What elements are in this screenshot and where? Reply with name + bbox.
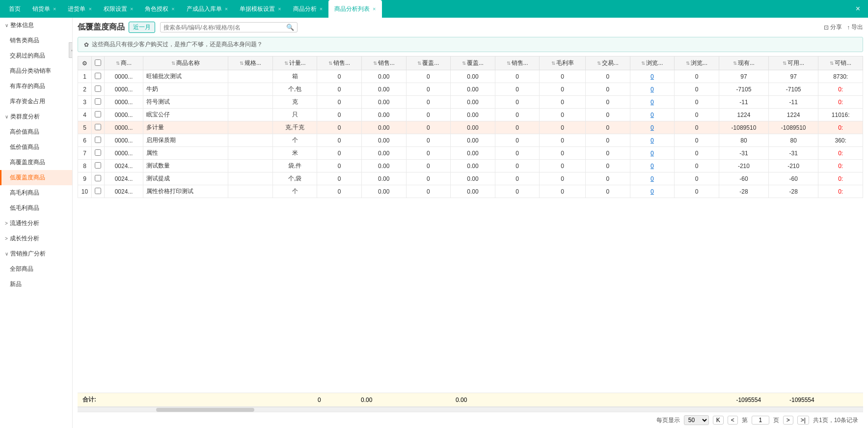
th-browse1[interactable]: ⇅浏览... <box>630 57 675 70</box>
row-checkbox[interactable] <box>95 162 101 169</box>
first-page-button[interactable]: K <box>713 416 724 425</box>
row-checkbox[interactable] <box>95 137 101 143</box>
nav-roles[interactable]: 角色授权 × <box>139 0 180 18</box>
cell-browse2: 0 <box>675 172 719 185</box>
browse-link[interactable]: 0 <box>651 137 654 144</box>
prev-page-button[interactable]: < <box>728 416 738 425</box>
browse-link[interactable]: 0 <box>651 163 654 170</box>
nav-analysis-close[interactable]: × <box>320 6 323 12</box>
th-unit[interactable]: ⇅计量... <box>272 57 317 70</box>
sidebar-item-category-rate[interactable]: 商品分类动销率 <box>0 63 72 79</box>
cell-checkbox[interactable] <box>92 109 105 121</box>
sidebar-item-low-value[interactable]: 低价值商品 <box>0 140 72 155</box>
row-checkbox[interactable] <box>95 98 101 105</box>
search-input[interactable] <box>163 24 286 31</box>
sidebar-item-traded-goods[interactable]: 交易过的商品 <box>0 48 72 63</box>
nav-template[interactable]: 单据模板设置 × <box>234 0 287 18</box>
nav-analysis-list[interactable]: 商品分析列表 × <box>328 0 381 18</box>
th-stock-current[interactable]: ⇅现有... <box>719 57 768 70</box>
sidebar-item-sales-goods[interactable]: 销售类商品 <box>0 33 72 48</box>
sidebar-item-new-goods[interactable]: 新品 <box>0 277 72 292</box>
th-stock-avail[interactable]: ⇅可用... <box>769 57 818 70</box>
cell-checkbox[interactable] <box>92 172 105 185</box>
browse-link[interactable]: 0 <box>651 175 654 182</box>
row-checkbox[interactable] <box>95 86 101 92</box>
th-spec[interactable]: ⇅规格... <box>228 57 273 70</box>
th-browse2[interactable]: ⇅浏览... <box>675 57 719 70</box>
sidebar-section-flow[interactable]: > 流通性分析 <box>0 216 72 231</box>
sidebar-section-growth[interactable]: > 成长性分析 <box>0 231 72 246</box>
th-cover1[interactable]: ⇅覆盖... <box>406 57 451 70</box>
browse-link[interactable]: 0 <box>651 150 654 157</box>
nav-roles-close[interactable]: × <box>171 6 174 12</box>
th-code[interactable]: ⇅商... <box>105 57 143 70</box>
sidebar-item-stocked-goods[interactable]: 有库存的商品 <box>0 79 72 94</box>
next-page-button[interactable]: > <box>783 416 793 425</box>
page-number-input[interactable] <box>752 416 769 425</box>
th-checkbox <box>92 57 105 70</box>
cell-checkbox[interactable] <box>92 70 105 83</box>
sidebar-section-cluster[interactable]: ∨ 类群度分析 <box>0 109 72 124</box>
nav-sales[interactable]: 销货单 × <box>27 0 62 18</box>
last-page-button[interactable]: >| <box>797 416 809 425</box>
close-all-button[interactable]: × <box>851 4 865 13</box>
sidebar-section-overview[interactable]: ∨ 整体信息 <box>0 18 72 33</box>
th-settings[interactable]: ⚙ <box>78 57 92 70</box>
table-wrapper[interactable]: ⚙ ⇅商... ⇅商品名称 ⇅规格... ⇅计量... ⇅销售... ⇅销售..… <box>78 56 863 393</box>
sidebar-item-low-margin[interactable]: 低毛利商品 <box>0 200 72 216</box>
th-cover2[interactable]: ⇅覆盖... <box>451 57 495 70</box>
sidebar-item-high-margin[interactable]: 高毛利商品 <box>0 185 72 200</box>
horizontal-scrollbar[interactable] <box>78 407 863 412</box>
th-name[interactable]: ⇅商品名称 <box>143 57 228 70</box>
sidebar-section-marketing[interactable]: ∨ 营销推广分析 <box>0 246 72 261</box>
cell-checkbox[interactable] <box>92 121 105 134</box>
row-checkbox[interactable] <box>95 188 101 194</box>
cell-checkbox[interactable] <box>92 96 105 109</box>
browse-link[interactable]: 0 <box>651 99 654 106</box>
browse-link[interactable]: 0 <box>651 124 654 131</box>
row-checkbox[interactable] <box>95 175 101 181</box>
scrollbar-thumb[interactable] <box>156 408 254 412</box>
date-filter-button[interactable]: 近一月 <box>129 22 155 33</box>
row-checkbox[interactable] <box>95 149 101 156</box>
nav-purchase-close[interactable]: × <box>88 6 91 12</box>
th-trade[interactable]: ⇅交易... <box>586 57 630 70</box>
th-gross-rate[interactable]: ⇅毛利率 <box>540 57 586 70</box>
cell-checkbox[interactable] <box>92 185 105 198</box>
th-sales3[interactable]: ⇅销售... <box>495 57 540 70</box>
sidebar-item-all-goods[interactable]: 全部商品 <box>0 261 72 277</box>
th-stock-sale[interactable]: ⇅可销... <box>818 57 863 70</box>
browse-link[interactable]: 0 <box>651 112 654 118</box>
th-sales-amt[interactable]: ⇅销售... <box>361 57 406 70</box>
sidebar-collapse-button[interactable]: « <box>69 42 73 58</box>
nav-analysis-list-close[interactable]: × <box>373 6 376 12</box>
cell-checkbox[interactable] <box>92 160 105 172</box>
nav-warehouse-close[interactable]: × <box>225 6 228 12</box>
select-all-checkbox[interactable] <box>95 59 101 66</box>
nav-warehouse[interactable]: 产成品入库单 × <box>181 0 234 18</box>
browse-link[interactable]: 0 <box>651 73 654 80</box>
row-checkbox[interactable] <box>95 111 101 117</box>
nav-permissions-close[interactable]: × <box>130 6 133 12</box>
th-sales-qty[interactable]: ⇅销售... <box>317 57 362 70</box>
sidebar-item-capital-occupation[interactable]: 库存资金占用 <box>0 94 72 109</box>
nav-permissions[interactable]: 权限设置 × <box>98 0 139 18</box>
cell-checkbox[interactable] <box>92 83 105 96</box>
export-button[interactable]: ↑ 导出 <box>847 23 863 31</box>
cell-checkbox[interactable] <box>92 147 105 160</box>
row-checkbox[interactable] <box>95 124 101 130</box>
sidebar-item-high-value[interactable]: 高价值商品 <box>0 124 72 140</box>
share-button[interactable]: ⊡ 分享 <box>824 23 842 31</box>
nav-analysis[interactable]: 商品分析 × <box>287 0 328 18</box>
cell-checkbox[interactable] <box>92 134 105 147</box>
nav-home[interactable]: 首页 <box>3 0 27 18</box>
row-checkbox[interactable] <box>95 73 101 79</box>
browse-link[interactable]: 0 <box>651 188 654 195</box>
per-page-select[interactable]: 50 100 200 <box>684 415 709 425</box>
sidebar-item-high-coverage[interactable]: 高覆盖度商品 <box>0 155 72 170</box>
browse-link[interactable]: 0 <box>651 86 654 93</box>
nav-sales-close[interactable]: × <box>53 6 56 12</box>
sidebar-item-low-coverage[interactable]: 低覆盖度商品 <box>0 170 72 185</box>
nav-template-close[interactable]: × <box>278 6 281 12</box>
nav-purchase[interactable]: 进货单 × <box>62 0 97 18</box>
